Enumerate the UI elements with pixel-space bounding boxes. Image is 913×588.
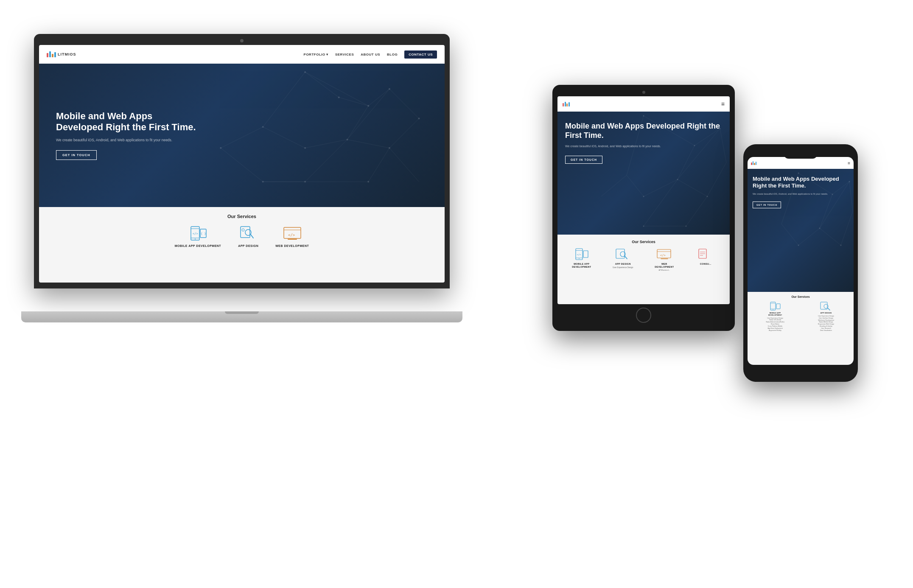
svg-line-53 (644, 179, 678, 196)
nav-blog[interactable]: BLOG (387, 53, 398, 56)
tablet-nav: ≡ (557, 96, 730, 112)
laptop-logo: LITMIOS (47, 51, 76, 57)
phone-nav: ≡ (748, 157, 854, 169)
svg-line-10 (389, 118, 419, 148)
svg-point-67 (707, 196, 708, 197)
phone-notch (784, 150, 818, 159)
tablet-mobile-dev: </> MOBILE APPDEVELOPMENT (563, 248, 601, 271)
nav-services[interactable]: SERVICES (335, 53, 354, 56)
svg-point-25 (347, 139, 348, 140)
svg-point-100 (819, 228, 821, 229)
phone-device: ≡ (743, 144, 858, 382)
svg-point-23 (418, 118, 420, 119)
nav-about[interactable]: ABOUT US (361, 53, 380, 56)
web-dev-label: WEB DEVELOPMENT (275, 244, 309, 247)
svg-line-56 (707, 162, 726, 196)
svg-point-101 (798, 245, 799, 246)
laptop-base (21, 311, 462, 322)
svg-line-17 (221, 127, 263, 148)
tablet-consulting-icon (698, 248, 713, 261)
tablet-web-sub: API/Backend... (645, 269, 683, 271)
phone-hero: Mobile and Web Apps Developed Right the … (748, 169, 854, 292)
tablet-logo-icon (563, 102, 570, 106)
laptop-services-title: Our Services (56, 214, 428, 219)
svg-point-97 (798, 173, 799, 174)
phone-hero-title: Mobile and Web Apps Developed Right the … (753, 176, 849, 189)
svg-text:</>: </> (193, 232, 198, 235)
tablet-home-button[interactable] (636, 308, 651, 323)
svg-point-69 (686, 226, 687, 227)
nav-portfolio[interactable]: PORTFOLIO ▾ (304, 53, 328, 56)
svg-rect-75 (583, 251, 588, 258)
svg-line-7 (305, 140, 347, 148)
phone-screen: ≡ (748, 157, 854, 365)
svg-line-110 (828, 308, 830, 310)
laptop-hero: Mobile and Web Apps Developed Right the … (39, 64, 445, 207)
tablet-app-design: APP DESIGN User Experience Design (604, 248, 642, 271)
svg-rect-107 (776, 304, 780, 309)
tablet-menu-icon[interactable]: ≡ (721, 101, 725, 107)
laptop-hero-content: Mobile and Web Apps Developed Right the … (56, 111, 200, 160)
svg-line-60 (686, 196, 707, 226)
svg-line-78 (625, 256, 627, 259)
phone-get-in-touch-button[interactable]: GET IN TOUCH (753, 202, 781, 208)
contact-us-button[interactable]: CONTACT US (404, 50, 437, 59)
svg-point-66 (643, 196, 644, 197)
svg-line-89 (849, 182, 853, 211)
tablet-device: ≡ (552, 85, 735, 331)
laptop-services-grid: </> { } MOBILE APP DEVELOPMENT (56, 226, 428, 247)
phone-hero-subtitle: We create beautiful iOS, Android, and We… (753, 192, 849, 196)
app-design-label: APP DESIGN (238, 244, 258, 247)
svg-line-12 (305, 140, 347, 182)
laptop-nav: LITMIOS PORTFOLIO ▾ SERVICES ABOUT US BL… (39, 45, 445, 64)
phone-design-label: APP DESIGN (802, 312, 850, 314)
svg-line-52 (678, 146, 695, 179)
tablet-services: Our Services </> (557, 235, 730, 304)
tablet-design-label: APP DESIGN (604, 263, 642, 266)
svg-line-3 (305, 72, 339, 98)
svg-line-0 (305, 72, 368, 106)
svg-line-1 (368, 89, 389, 106)
tablet-consulting-label: CONSU... (687, 263, 725, 266)
tablet-mobile-app-icon: </> (574, 248, 589, 261)
svg-point-32 (220, 147, 221, 149)
svg-point-24 (338, 97, 340, 98)
svg-text:{ }: { } (201, 232, 206, 235)
phone-logo-icon (751, 161, 756, 165)
phone-app-design: APP DESIGN User Experience DesignUser In… (802, 302, 850, 332)
svg-line-95 (841, 211, 853, 245)
logo-icon (47, 51, 56, 57)
svg-line-15 (389, 148, 419, 182)
tablet-web-label: WEBDEVELOPMENT (645, 263, 683, 268)
phone-mobile-label: MOBILE APPDEVELOPMENT (751, 312, 799, 316)
svg-point-41 (245, 230, 251, 235)
svg-point-29 (304, 181, 306, 182)
svg-point-30 (367, 181, 369, 182)
tablet-services-grid: </> MOBILE APPDEVELOPMENT (563, 248, 725, 271)
svg-point-73 (579, 258, 580, 259)
svg-point-27 (262, 126, 264, 128)
laptop-hero-subtitle: We create beautiful iOS, Android, and We… (56, 137, 200, 143)
svg-line-50 (720, 129, 726, 162)
service-app-design: APP DESIGN (238, 226, 258, 247)
svg-point-20 (304, 71, 306, 73)
svg-line-58 (644, 179, 678, 226)
phone-menu-icon[interactable]: ≡ (848, 161, 850, 165)
phone-services: Our Services (748, 292, 854, 365)
tablet-body: ≡ (552, 85, 735, 331)
tablet-web-dev: </> WEBDEVELOPMENT API/Backend... (645, 248, 683, 271)
tablet-services-title: Our Services (563, 240, 725, 244)
laptop-nav-links: PORTFOLIO ▾ SERVICES ABOUT US BLOG CONTA… (304, 50, 437, 59)
svg-line-48 (644, 116, 695, 146)
get-in-touch-button[interactable]: GET IN TOUCH (56, 150, 97, 160)
phone-services-grid: MOBILE APPDEVELOPMENT User Experience De… (751, 302, 850, 332)
phone-mobile-detail: User Experience DesignNative iOS (Swift)… (751, 317, 799, 332)
mobile-dev-label: MOBILE APP DEVELOPMENT (175, 244, 221, 247)
logo-text: LITMIOS (58, 52, 76, 56)
svg-point-31 (262, 181, 264, 182)
phone-mobile-app-icon (769, 302, 781, 311)
tablet-design-sub: User Experience Design (604, 266, 642, 269)
svg-point-106 (773, 309, 773, 310)
laptop-services: Our Services </> (39, 207, 445, 283)
laptop-device: LITMIOS PORTFOLIO ▾ SERVICES ABOUT US BL… (34, 34, 450, 322)
